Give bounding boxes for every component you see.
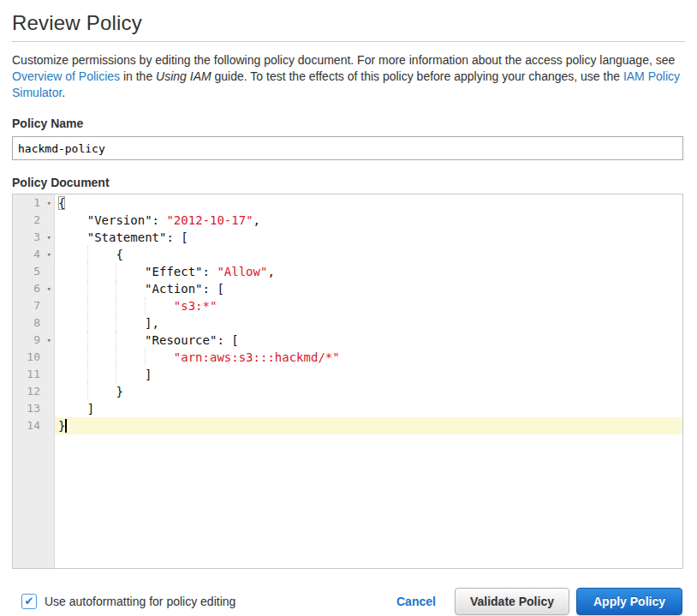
code-line[interactable]: "arn:aws:s3:::hackmd/*": [55, 349, 682, 366]
code-line[interactable]: "Effect": "Allow",: [55, 263, 682, 280]
line-number: 6: [33, 282, 40, 295]
code-line[interactable]: }: [55, 383, 682, 400]
code-text: ]: [145, 368, 152, 381]
indent-guide: [116, 314, 145, 332]
checkmark-icon: ✔: [25, 595, 34, 607]
indent: [58, 349, 87, 366]
indent-guide: [116, 280, 145, 297]
gutter-line[interactable]: 1▾: [13, 194, 54, 212]
gutter-line[interactable]: 14: [13, 417, 54, 434]
line-number: 5: [33, 265, 40, 278]
code-text: {: [116, 248, 122, 261]
gutter-line[interactable]: 4▾: [13, 246, 54, 263]
indent-guide: [116, 366, 145, 383]
policy-name-input[interactable]: [12, 136, 683, 160]
fold-arrow-icon[interactable]: ▾: [47, 332, 51, 349]
indent-guide: [87, 263, 116, 280]
code-text: {: [58, 196, 65, 210]
using-iam-guide-name: Using IAM: [156, 69, 211, 83]
indent-guide: [87, 246, 116, 263]
code-text: ],: [145, 316, 159, 330]
indent-guide: [116, 349, 145, 366]
intro-text-1: Customize permissions by editing the fol…: [12, 53, 675, 67]
code-line[interactable]: }: [55, 417, 682, 434]
indent: [58, 383, 87, 400]
indent-guide: [87, 366, 116, 383]
gutter-line[interactable]: 7: [13, 297, 54, 314]
code-line[interactable]: "Resource": [: [55, 332, 682, 349]
intro-text-4: .: [62, 86, 65, 99]
code-line[interactable]: ]: [55, 400, 682, 417]
action-buttons: Cancel Validate Policy Apply Policy: [396, 588, 682, 615]
gutter-line[interactable]: 13: [13, 400, 54, 417]
code-line[interactable]: {: [55, 246, 682, 263]
code-line[interactable]: ],: [55, 314, 682, 332]
code-text: "Version":: [87, 213, 167, 227]
line-number: 13: [27, 402, 40, 415]
code-string: "Allow": [217, 265, 267, 278]
indent: [58, 246, 87, 263]
gutter-line[interactable]: 3▾: [13, 229, 54, 246]
line-number: 7: [33, 299, 40, 312]
line-number: 2: [33, 213, 40, 226]
fold-arrow-icon[interactable]: ▾: [47, 229, 51, 246]
code-line[interactable]: ]: [55, 366, 682, 383]
gutter-line[interactable]: 9▾: [13, 332, 54, 349]
line-number: 9: [33, 333, 40, 346]
gutter-line[interactable]: 11: [13, 366, 54, 383]
code-string: "arn:aws:s3:::hackmd/*": [174, 350, 340, 364]
title-divider: [12, 41, 685, 42]
gutter-line[interactable]: 6▾: [13, 280, 54, 297]
line-number: 14: [27, 419, 40, 432]
fold-arrow-icon[interactable]: ▾: [47, 246, 51, 263]
code-string: "s3:*": [174, 299, 217, 313]
gutter-line[interactable]: 8: [13, 314, 54, 332]
code-text: ,: [253, 213, 260, 227]
intro-paragraph: Customize permissions by editing the fol…: [12, 52, 685, 101]
gutter-line[interactable]: 12: [13, 383, 54, 400]
policy-document-label: Policy Document: [12, 176, 685, 189]
code-line[interactable]: "s3:*": [55, 297, 682, 314]
indent: [58, 229, 87, 246]
indent-guide: [145, 297, 174, 314]
policy-name-label: Policy Name: [12, 117, 685, 130]
indent-guide: [87, 280, 116, 297]
fold-arrow-icon[interactable]: ▾: [47, 194, 51, 212]
autoformat-checkbox[interactable]: ✔: [21, 594, 37, 609]
line-number: 10: [27, 350, 40, 363]
indent-guide: [87, 314, 116, 332]
autoformat-option[interactable]: ✔ Use autoformatting for policy editing: [21, 594, 235, 609]
code-text: "Resource": [: [145, 333, 239, 347]
cancel-link[interactable]: Cancel: [396, 595, 436, 608]
fold-arrow-icon[interactable]: ▾: [47, 280, 51, 297]
indent: [58, 263, 87, 280]
line-number: 1: [33, 196, 40, 209]
indent-guide: [145, 349, 174, 366]
validate-policy-button[interactable]: Validate Policy: [455, 588, 569, 615]
overview-of-policies-link[interactable]: Overview of Policies: [12, 69, 120, 83]
code-text: }: [58, 419, 65, 433]
line-number: 11: [27, 368, 40, 380]
autoformat-label: Use autoformatting for policy editing: [45, 595, 235, 608]
indent: [58, 332, 87, 349]
code-text: }: [116, 385, 122, 398]
indent-guide: [87, 297, 116, 314]
line-number: 4: [33, 248, 40, 260]
indent: [58, 212, 87, 229]
gutter-line[interactable]: 5: [13, 263, 54, 280]
policy-document-editor[interactable]: 1▾23▾4▾56▾789▾1011121314 {"Version": "20…: [12, 194, 683, 569]
indent-guide: [116, 263, 145, 280]
code-line[interactable]: "Version": "2012-10-17",: [55, 212, 682, 229]
intro-text-3: guide. To test the effects of this polic…: [211, 69, 623, 83]
gutter-line[interactable]: 2: [13, 212, 54, 229]
editor-code[interactable]: {"Version": "2012-10-17","Statement": [{…: [55, 194, 682, 568]
code-line[interactable]: {: [55, 194, 682, 212]
gutter-line[interactable]: 10: [13, 349, 54, 366]
indent-guide: [116, 297, 145, 314]
code-line[interactable]: "Statement": [: [55, 229, 682, 246]
code-text: "Statement": [: [87, 230, 188, 244]
apply-policy-button[interactable]: Apply Policy: [576, 588, 682, 615]
editor-gutter: 1▾23▾4▾56▾789▾1011121314: [13, 194, 55, 568]
indent: [58, 280, 87, 297]
code-line[interactable]: "Action": [: [55, 280, 682, 297]
